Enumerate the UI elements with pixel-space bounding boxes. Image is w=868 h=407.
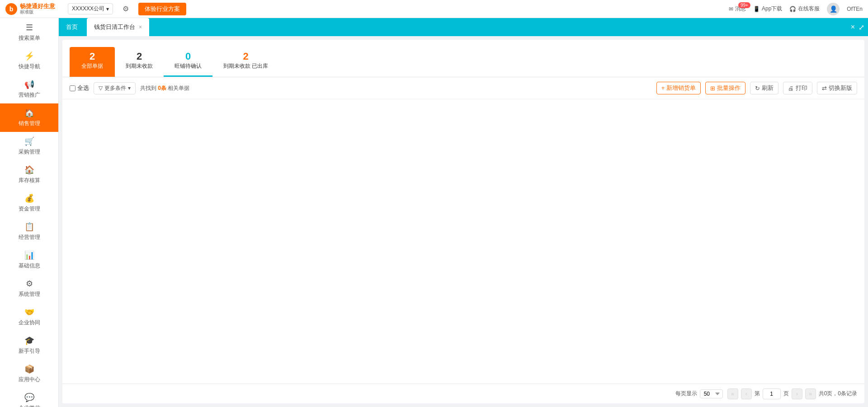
filter-label: 更多条件: [104, 84, 126, 92]
found-suffix: 相关单据: [168, 85, 189, 91]
minimize-icon[interactable]: ×: [851, 23, 855, 31]
next-page-button[interactable]: ›: [792, 388, 802, 399]
refresh-icon: ↻: [755, 85, 760, 92]
top-bar-right: ✉ 消息 99+ 📱 App下载 🎧 在线客服 👤 OfTEn: [729, 3, 863, 15]
per-page-select[interactable]: 50 100 200: [700, 389, 723, 398]
company-name: XXXXXX公司: [72, 5, 104, 13]
system-icon: ⚙: [26, 279, 33, 289]
sidebar-item-capital[interactable]: 💰 资金管理: [0, 189, 58, 217]
select-all-label: 全选: [77, 84, 89, 92]
basic-info-icon: 📊: [24, 250, 34, 260]
sidebar-label-purchase: 采购管理: [19, 148, 40, 156]
app-download-icon: 📱: [753, 6, 760, 12]
print-label: 打印: [796, 84, 807, 92]
summary-tab-overdue-label: 到期未收款: [126, 62, 153, 70]
sidebar-item-app-center[interactable]: 📦 应用中心: [0, 360, 58, 388]
sidebar-item-search-menu[interactable]: ☰ 搜索菜单: [0, 18, 58, 47]
summary-tab-all-label: 全部单据: [81, 62, 103, 70]
avatar-name: OfTEn: [847, 6, 863, 12]
sidebar: ☰ 搜索菜单 ⚡ 快捷导航 📢 营销推广 🏠 销售管理 🛒 采购管理 🏠 库存核…: [0, 18, 59, 407]
select-all-input[interactable]: [70, 85, 75, 91]
operation-icon: 📋: [24, 222, 34, 232]
sidebar-item-system[interactable]: ⚙ 系统管理: [0, 274, 58, 303]
sidebar-item-guide[interactable]: 🎓 新手引导: [0, 331, 58, 360]
app-download-label: App下载: [762, 5, 782, 13]
summary-tab-overdue-out-num: 2: [243, 51, 249, 62]
sidebar-label-inventory: 库存核算: [19, 177, 40, 184]
settings-icon[interactable]: ⚙: [120, 4, 131, 14]
capital-icon: 💰: [24, 193, 34, 203]
message-badge: 99+: [738, 2, 750, 8]
filter-button[interactable]: ▽ 更多条件 ▾: [94, 82, 136, 94]
last-page-button[interactable]: »: [805, 388, 816, 399]
found-text: 共找到 0条 相关单据: [140, 84, 189, 92]
refresh-button[interactable]: ↻ 刷新: [750, 82, 778, 94]
summary-tab-overdue[interactable]: 2 到期未收款: [115, 47, 164, 77]
summary-tab-overdue-out[interactable]: 2 到期未收款 已出库: [212, 47, 279, 77]
content-area: 首页 钱货日清工作台 × × ⤢ 2 全部单据 2 到期未收款: [59, 18, 868, 407]
found-prefix: 共找到: [140, 85, 156, 91]
summary-tab-pending-num: 0: [185, 51, 191, 62]
summary-tab-all[interactable]: 2 全部单据: [70, 47, 115, 77]
tab-label-qianhuoricin: 钱货日清工作台: [94, 23, 135, 31]
filter-icon: ▽: [99, 85, 103, 91]
summary-tab-pending[interactable]: 0 旺铺待确认: [164, 47, 212, 77]
print-icon: 🖨: [788, 85, 794, 92]
sidebar-label-search-menu: 搜索菜单: [19, 34, 40, 42]
sidebar-item-operation[interactable]: 📋 经营管理: [0, 217, 58, 246]
sidebar-label-wechat: 企业微信: [19, 404, 40, 407]
sidebar-item-sales[interactable]: 🏠 销售管理: [0, 103, 58, 132]
maximize-icon[interactable]: ⤢: [859, 23, 864, 32]
enterprise-icon: 🤝: [24, 307, 34, 317]
switch-version-button[interactable]: ⇄ 切换新版: [817, 82, 857, 94]
sidebar-label-app-center: 应用中心: [19, 376, 40, 384]
tab-qianhuoricin[interactable]: 钱货日清工作台 ×: [87, 18, 149, 36]
purchase-icon: 🛒: [24, 136, 34, 146]
first-page-button[interactable]: «: [727, 388, 738, 399]
sidebar-label-operation: 经营管理: [19, 234, 40, 241]
page-input[interactable]: [763, 388, 781, 399]
sidebar-label-marketing: 营销推广: [19, 91, 40, 99]
company-selector[interactable]: XXXXXX公司 ▾: [68, 3, 113, 14]
message-button[interactable]: ✉ 消息 99+: [729, 5, 746, 13]
tab-home[interactable]: 首页: [59, 18, 85, 36]
batch-operation-button[interactable]: ⊞ 批量操作: [705, 82, 745, 94]
logo-icon: b: [5, 3, 17, 15]
tab-bar: 首页 钱货日清工作台 × × ⤢: [59, 18, 868, 36]
sidebar-item-enterprise[interactable]: 🤝 企业协同: [0, 303, 58, 331]
select-all-checkbox[interactable]: 全选: [70, 84, 89, 92]
top-bar: b 畅捷通好生意 标准版 XXXXXX公司 ▾ ⚙ 体验行业方案 ✉ 消息 99…: [0, 0, 868, 18]
sidebar-item-purchase[interactable]: 🛒 采购管理: [0, 132, 58, 160]
batch-label: 批量操作: [717, 84, 741, 92]
sidebar-label-enterprise: 企业协同: [19, 319, 40, 327]
sidebar-item-wechat[interactable]: 💬 企业微信: [0, 388, 58, 407]
sidebar-label-basic-info: 基础信息: [19, 262, 40, 270]
summary-tab-pending-label: 旺铺待确认: [175, 62, 202, 70]
sidebar-item-marketing[interactable]: 📢 营销推广: [0, 75, 58, 103]
summary-tab-overdue-out-label: 到期未收款 已出库: [223, 62, 268, 70]
app-title: 畅捷通好生意: [20, 3, 55, 10]
print-button[interactable]: 🖨 打印: [783, 82, 812, 94]
sidebar-item-inventory[interactable]: 🏠 库存核算: [0, 160, 58, 189]
avatar[interactable]: 👤: [827, 3, 840, 15]
avatar-icon: 👤: [830, 5, 837, 13]
tab-close-icon[interactable]: ×: [139, 24, 142, 30]
add-sales-order-button[interactable]: + 新增销货单: [656, 82, 701, 94]
top-bar-left: b 畅捷通好生意 标准版 XXXXXX公司 ▾ ⚙ 体验行业方案: [5, 3, 186, 15]
logo-text: 畅捷通好生意 标准版: [20, 3, 55, 15]
wechat-icon: 💬: [24, 393, 34, 402]
online-service-label: 在线客服: [798, 5, 820, 13]
toolbar-left: 全选 ▽ 更多条件 ▾ 共找到 0条 相关单据: [70, 82, 651, 94]
sidebar-item-basic-info[interactable]: 📊 基础信息: [0, 246, 58, 274]
toolbar-right: + 新增销货单 ⊞ 批量操作 ↻ 刷新 🖨 打印 ⇄: [656, 82, 857, 94]
prev-page-button[interactable]: ‹: [741, 388, 752, 399]
online-service-button[interactable]: 🎧 在线客服: [789, 5, 820, 13]
trial-button[interactable]: 体验行业方案: [138, 3, 186, 15]
page-suffix: 页: [783, 390, 789, 398]
sidebar-label-quick-nav: 快捷导航: [19, 63, 40, 70]
logo-area: b 畅捷通好生意 标准版: [5, 3, 55, 15]
sidebar-item-quick-nav[interactable]: ⚡ 快捷导航: [0, 47, 58, 75]
found-count: 0条: [158, 85, 166, 91]
switch-label: 切换新版: [829, 84, 852, 92]
app-download-button[interactable]: 📱 App下载: [753, 5, 782, 13]
